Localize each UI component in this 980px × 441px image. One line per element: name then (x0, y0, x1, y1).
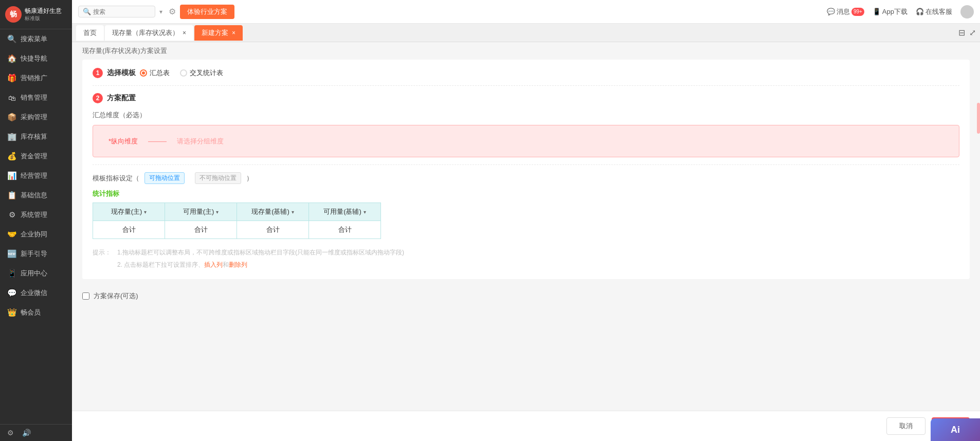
col-dropdown-col4[interactable]: 可用量(基辅) ▾ (323, 207, 366, 216)
sidebar-item-quick-nav[interactable]: 🏠快捷导航 (0, 49, 72, 68)
search-dropdown-icon[interactable]: ▾ (159, 8, 162, 15)
user-avatar[interactable] (960, 5, 974, 19)
sidebar-label-apps: 应用中心 (21, 269, 47, 278)
gear-icon[interactable]: ⚙ (169, 7, 176, 16)
dimension-box[interactable]: *纵向维度 —— 请选择分组维度 (93, 125, 959, 157)
dimension-field-label: 汇总维度（必选） (93, 111, 959, 120)
message-button[interactable]: 💬 消息 99+ (827, 7, 864, 16)
col-cell-col1: 合计 (93, 221, 165, 239)
col-chevron-col3: ▾ (292, 209, 294, 215)
sidebar-item-finance[interactable]: 💰资金管理 (0, 146, 72, 166)
sidebar-label-system: 系统管理 (21, 210, 47, 219)
sidebar-icon-guide: 🆕 (7, 249, 16, 259)
tab-inventory-status[interactable]: 现存量（库存状况表） × (105, 25, 193, 41)
col-chevron-col2: ▾ (216, 209, 219, 215)
indicator-section: 模板指标设定（ 可拖动位置 不可拖动位置 ） 统计指标 现存量(主) ▾可用量(… (93, 172, 959, 239)
sidebar-label-corp: 企业协同 (21, 230, 47, 239)
tab-inventory-close-icon[interactable]: × (183, 29, 186, 36)
indicator-label-text: 模板指标设定（ (93, 174, 139, 183)
message-badge: 99+ (851, 8, 864, 16)
page-title: 现存量(库存状况表)方案设置 (72, 42, 980, 60)
sidebar-item-operations[interactable]: 📊经营管理 (0, 166, 72, 186)
sidebar-label-guide: 新手引导 (21, 249, 47, 259)
dimension-required-label: *纵向维度 (108, 137, 138, 146)
radio-cross-label: 交叉统计表 (190, 68, 223, 78)
radio-summary-dot (140, 69, 147, 77)
col-header-col4[interactable]: 可用量(基辅) ▾ (309, 203, 381, 221)
sidebar-item-sales[interactable]: 🛍销售管理 (0, 88, 72, 107)
tab-expand-icon[interactable]: ⤢ (969, 28, 976, 38)
divider2 (93, 164, 959, 165)
trial-button[interactable]: 体验行业方案 (180, 5, 234, 19)
sidebar-icon-system: ⚙ (7, 210, 16, 219)
col-dropdown-col2[interactable]: 可用量(主) ▾ (183, 207, 219, 216)
scrollbar-thumb[interactable] (977, 103, 980, 134)
tab-home[interactable]: 首页 (76, 25, 104, 41)
col-chevron-col4: ▾ (364, 209, 366, 215)
col-label-col4: 可用量(基辅) (323, 207, 361, 216)
sidebar-label-quick-nav: 快捷导航 (21, 54, 47, 63)
tab-minimize-icon[interactable]: ⊟ (958, 28, 965, 38)
sidebar-item-basic[interactable]: 📋基础信息 (0, 186, 72, 205)
sidebar-item-guide[interactable]: 🆕新手引导 (0, 244, 72, 264)
sidebar-item-corp[interactable]: 🤝企业协同 (0, 225, 72, 244)
sidebar-item-search-menu[interactable]: 🔍搜索菜单 (0, 29, 72, 49)
sidebar-label-sales: 销售管理 (21, 93, 47, 102)
search-input[interactable] (93, 8, 144, 15)
sidebar-label-marketing: 营销推广 (21, 74, 47, 83)
col-dropdown-col3[interactable]: 现存量(基辅) ▾ (251, 207, 294, 216)
sidebar-footer: ⚙ 🔊 (0, 424, 72, 441)
sidebar-item-member[interactable]: 👑畅会员 (0, 303, 72, 322)
col-header-col3[interactable]: 现存量(基辅) ▾ (237, 203, 309, 221)
speaker-icon[interactable]: 🔊 (22, 429, 31, 437)
sidebar-label-operations: 经营管理 (21, 171, 47, 180)
dimension-dash: —— (148, 136, 167, 146)
app-logo-text: 畅康通好生意 标准版 (25, 7, 62, 23)
sidebar-icon-purchase: 📦 (7, 113, 16, 122)
tips-section: 提示： 1.拖动标题栏可以调整布局，不可跨维度或指标区域拖动栏目字段(只能在同一… (93, 246, 959, 271)
sidebar-item-wechat[interactable]: 💬企业微信 (0, 283, 72, 303)
phone-icon: 📱 (873, 8, 881, 15)
tab-new-plan-close-icon[interactable]: × (232, 29, 235, 36)
col-chevron-col1: ▾ (144, 209, 147, 215)
radio-summary[interactable]: 汇总表 (140, 68, 170, 78)
search-icon: 🔍 (83, 8, 91, 15)
sidebar-icon-member: 👑 (7, 308, 16, 317)
section1-header: 1 选择模板 汇总表 交叉统计表 (93, 68, 959, 78)
settings-icon[interactable]: ⚙ (7, 429, 14, 437)
tips-text: 提示： 1.拖动标题栏可以调整布局，不可跨维度或指标区域拖动栏目字段(只能在同一… (93, 246, 959, 271)
table-body-row: 合计合计合计合计 (93, 221, 381, 239)
radio-summary-label: 汇总表 (150, 68, 170, 78)
tips-insert-link[interactable]: 插入列 (204, 261, 223, 268)
tips-delete-link[interactable]: 删除列 (229, 261, 247, 268)
sidebar-icon-quick-nav: 🏠 (7, 54, 16, 63)
col-label-col3: 现存量(基辅) (251, 207, 289, 216)
cancel-button[interactable]: 取消 (886, 417, 925, 435)
badge-fixed: 不可拖动位置 (195, 172, 241, 184)
sidebar-item-inventory[interactable]: 🏢库存核算 (0, 127, 72, 146)
col-header-col1[interactable]: 现存量(主) ▾ (93, 203, 165, 221)
app-download-button[interactable]: 📱 App下载 (873, 7, 908, 16)
sidebar-item-system[interactable]: ⚙系统管理 (0, 205, 72, 225)
sidebar-icon-inventory: 🏢 (7, 132, 16, 141)
app-logo-icon: 畅 (5, 6, 22, 23)
col-dropdown-col1[interactable]: 现存量(主) ▾ (111, 207, 147, 216)
tab-home-label: 首页 (83, 28, 97, 38)
sidebar-item-marketing[interactable]: 🎁营销推广 (0, 68, 72, 88)
col-header-col2[interactable]: 可用量(主) ▾ (165, 203, 237, 221)
sidebar-item-apps[interactable]: 📱应用中心 (0, 264, 72, 283)
save-checkbox[interactable] (82, 292, 89, 300)
sidebar-item-purchase[interactable]: 📦采购管理 (0, 107, 72, 127)
sidebar-label-basic: 基础信息 (21, 191, 47, 200)
sidebar: 畅 畅康通好生意 标准版 🔍搜索菜单🏠快捷导航🎁营销推广🛍销售管理📦采购管理🏢库… (0, 0, 72, 441)
tab-new-plan[interactable]: 新建方案 × (194, 25, 243, 41)
main-panel: 1 选择模板 汇总表 交叉统计表 2 方案配置 (82, 60, 970, 279)
online-service-button[interactable]: 🎧 在线客服 (916, 7, 952, 16)
col-label-col1: 现存量(主) (111, 207, 142, 216)
indicator-label: 模板指标设定（ 可拖动位置 不可拖动位置 ） (93, 172, 959, 184)
ai-float-button[interactable]: Ai (931, 418, 980, 441)
search-box[interactable]: 🔍 (78, 6, 155, 17)
sidebar-icon-corp: 🤝 (7, 230, 16, 239)
section1-num: 1 (93, 68, 103, 78)
radio-cross[interactable]: 交叉统计表 (180, 68, 223, 78)
